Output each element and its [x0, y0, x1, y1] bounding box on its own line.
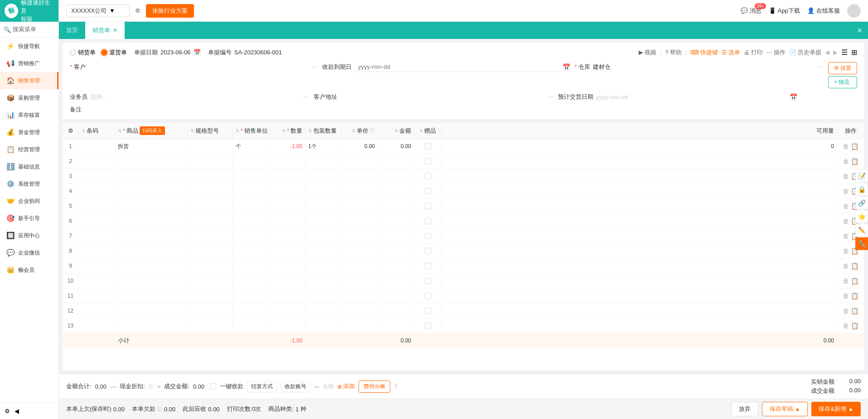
- sidebar-item-basics[interactable]: ℹ️ 基础信息: [0, 158, 58, 175]
- online-service-item[interactable]: 👤 在线客服: [807, 7, 840, 15]
- copy-icon[interactable]: 📋: [851, 292, 858, 299]
- delete-icon[interactable]: 🗑: [843, 202, 849, 210]
- right-tool-link[interactable]: 🔗: [855, 197, 868, 209]
- save-draft-button[interactable]: 保存草稿 ▲: [762, 402, 808, 416]
- td-unit-1[interactable]: 个: [233, 139, 269, 154]
- toolbar-shortcut[interactable]: ⌨ 快捷键: [690, 48, 718, 57]
- copy-icon[interactable]: 📋: [851, 158, 858, 165]
- sidebar-item-appstore[interactable]: 🔲 应用中心: [0, 227, 58, 244]
- radio-sales[interactable]: 销货单: [70, 48, 96, 57]
- scan-btn[interactable]: 扫码录入: [140, 126, 165, 135]
- sidebar-collapse-icon[interactable]: ◀: [15, 408, 19, 414]
- right-tool-notes[interactable]: 📝: [855, 169, 868, 182]
- sidebar-settings-icon[interactable]: ⚙: [5, 408, 10, 414]
- copy-icon-1[interactable]: 📋: [851, 143, 858, 150]
- toolbar-select[interactable]: ☰ 选单: [722, 48, 740, 57]
- sidebar-item-enterprise[interactable]: 🤝 企业协同: [0, 193, 58, 210]
- td-gift-1[interactable]: [414, 139, 441, 154]
- right-tool-star[interactable]: ⭐: [855, 210, 868, 223]
- toolbar-help[interactable]: ? 帮助: [665, 48, 681, 57]
- salesperson-input-btn[interactable]: ···: [303, 93, 309, 101]
- setting-button[interactable]: ⚙ 设置: [828, 62, 857, 74]
- nav-next-icon[interactable]: ▶: [833, 49, 838, 56]
- avatar[interactable]: [847, 4, 861, 18]
- delete-icon-1[interactable]: 🗑: [843, 143, 849, 150]
- copy-icon[interactable]: 📋: [851, 277, 858, 284]
- right-tool-lock[interactable]: 🔒: [855, 183, 868, 196]
- address-input-btn[interactable]: ···: [547, 93, 553, 101]
- expense-split-btn[interactable]: 费用分摊: [359, 380, 390, 393]
- sidebar-item-marketing[interactable]: 📢 营销推广: [0, 55, 58, 72]
- warehouse-input-btn[interactable]: ···: [816, 63, 822, 71]
- copy-icon[interactable]: 📋: [851, 322, 858, 329]
- sidebar-item-system[interactable]: ⚙️ 系统管理: [0, 175, 58, 193]
- delete-icon[interactable]: 🗑: [843, 232, 849, 240]
- th-settings[interactable]: ⚙: [63, 123, 79, 139]
- delete-icon[interactable]: 🗑: [843, 262, 849, 270]
- copy-icon[interactable]: 📋: [851, 262, 858, 270]
- tab-close-icon[interactable]: ✕: [113, 27, 117, 34]
- sidebar-item-sales[interactable]: 🏠 销售管理: [0, 72, 58, 89]
- calendar-icon[interactable]: 📅: [194, 49, 201, 56]
- save-new-button[interactable]: 保存&新增 ▲: [811, 402, 861, 416]
- nav-prev-icon[interactable]: ◀: [825, 49, 829, 56]
- company-selector[interactable]: XXXXXX公司 ▼: [66, 5, 130, 17]
- toolbar-video[interactable]: ▶ 视频: [639, 48, 656, 57]
- customer-input-btn[interactable]: ···: [312, 63, 318, 71]
- logistics-button[interactable]: + 物流: [828, 76, 857, 88]
- delete-icon[interactable]: 🗑: [843, 173, 849, 180]
- delete-icon[interactable]: 🗑: [843, 188, 849, 195]
- delivery-date-calendar-icon[interactable]: 📅: [790, 93, 797, 101]
- receive-date-input[interactable]: [354, 62, 560, 72]
- price-info-icon[interactable]: ⓘ: [370, 127, 375, 134]
- sidebar-item-wechat[interactable]: 💬 企业微信: [0, 244, 58, 261]
- radio-return[interactable]: 退货单: [101, 48, 127, 57]
- delete-icon[interactable]: 🗑: [843, 217, 849, 225]
- td-spec-1[interactable]: [188, 139, 233, 154]
- delete-icon[interactable]: 🗑: [843, 247, 849, 255]
- td-price-1[interactable]: 0.00: [342, 139, 378, 154]
- settlement-method-select[interactable]: 结算方式: [247, 381, 277, 392]
- sidebar-item-guide[interactable]: 🎯 新手引导: [0, 210, 58, 227]
- add-payment-btn[interactable]: ⊕ 添加: [337, 382, 355, 390]
- sidebar-item-finance[interactable]: 💰 资金管理: [0, 124, 58, 141]
- app-download-item[interactable]: 📱 App下载: [769, 7, 800, 15]
- one-click-pay-checkbox[interactable]: [210, 383, 216, 390]
- tab-home[interactable]: 首页: [59, 22, 85, 39]
- sidebar-item-operations[interactable]: 📋 经营管理: [0, 141, 58, 158]
- sidebar-item-inventory[interactable]: 📊 库存核算: [0, 106, 58, 124]
- right-tool-orange[interactable]: 🔧: [855, 237, 868, 250]
- view-list-icon[interactable]: ☰: [841, 48, 848, 57]
- sidebar-item-purchase[interactable]: 📦 采购管理: [0, 89, 58, 106]
- td-product-1[interactable]: 拆货: [115, 139, 188, 154]
- tab-sales-order[interactable]: 销货单 ✕: [85, 22, 125, 39]
- delete-icon[interactable]: 🗑: [843, 307, 849, 314]
- sidebar-item-member[interactable]: 👑 畅会员: [0, 261, 58, 279]
- settings-icon[interactable]: ⚙: [68, 127, 73, 134]
- td-barcode-1[interactable]: [79, 139, 115, 154]
- sidebar-item-quick-nav[interactable]: ⚡ 快捷导航: [0, 38, 58, 55]
- account-select[interactable]: 收款账号: [281, 381, 310, 392]
- settings-gear-icon[interactable]: ⚙: [135, 7, 141, 14]
- delete-icon[interactable]: 🗑: [843, 322, 849, 329]
- td-pack-1[interactable]: 1个: [305, 139, 342, 154]
- sidebar-search[interactable]: 🔍 搜索菜单: [0, 22, 58, 38]
- toolbar-operations[interactable]: ⋯ 操作: [766, 48, 786, 57]
- footer-help-icon[interactable]: ?: [394, 383, 397, 390]
- toolbar-print[interactable]: 🖨 打印: [744, 48, 763, 57]
- right-tool-edit[interactable]: ✏️: [855, 224, 868, 236]
- receive-date-calendar-icon[interactable]: 📅: [563, 63, 570, 71]
- delete-icon[interactable]: 🗑: [843, 158, 849, 165]
- owe-info-icon[interactable]: ⓘ: [157, 406, 162, 413]
- delete-icon[interactable]: 🗑: [843, 277, 849, 284]
- delete-icon[interactable]: 🗑: [843, 292, 849, 299]
- close-window-icon[interactable]: ✕: [857, 26, 863, 35]
- copy-icon[interactable]: 📋: [851, 307, 858, 314]
- discard-button[interactable]: 放弃: [731, 402, 758, 416]
- td-qty-1[interactable]: -1.00: [269, 139, 305, 154]
- td-amount-1[interactable]: 0.00: [378, 139, 414, 154]
- message-item[interactable]: 💬 消息 99+: [741, 7, 761, 15]
- discount-info-icon[interactable]: ⓘ: [149, 383, 154, 390]
- experience-btn[interactable]: 体验行业方案: [146, 4, 194, 18]
- toolbar-history[interactable]: 📄 历史单据: [789, 48, 821, 57]
